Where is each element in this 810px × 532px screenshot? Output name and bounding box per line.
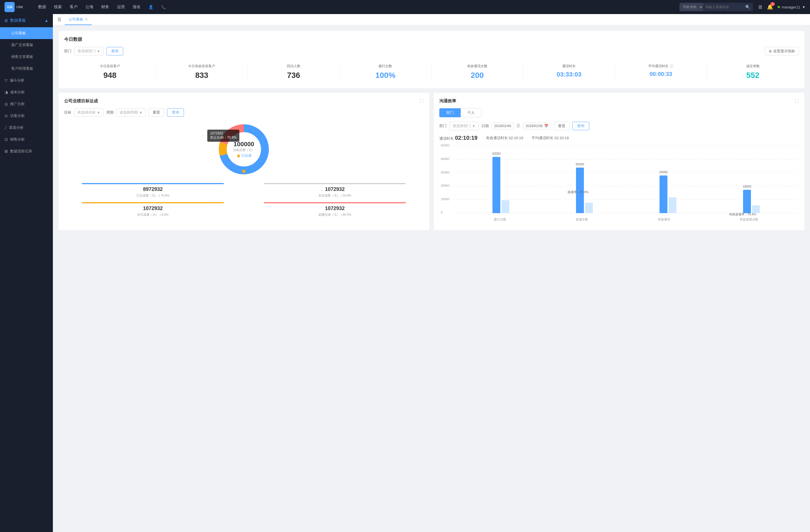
nav-leads[interactable]: 线索 bbox=[54, 3, 62, 11]
search-type-select[interactable]: 手机号码 bbox=[680, 3, 703, 11]
metric-value: 552 bbox=[710, 71, 796, 80]
tab-close-icon[interactable]: ✕ bbox=[85, 17, 88, 21]
nav-finance[interactable]: 财务 bbox=[101, 3, 109, 11]
metric-should-complete: 1072932 应完成量（元） | 8.9% bbox=[64, 202, 242, 217]
comm-stat-3: 平均通话时长 02:10:19 bbox=[532, 135, 569, 140]
sidebar-item-data-flow[interactable]: ⊞ 数据流转记录 bbox=[0, 145, 53, 157]
main-content: ☰ 公司看板 ✕ 今日数据 部门 请选择部门 ▼ 查询 bbox=[53, 14, 810, 532]
comm-panel: 沟通效率 ⛶ 部门 个人 部门 请选择部门 ▼ 日期 bbox=[434, 93, 804, 230]
period-select-text: 请选择周期 bbox=[119, 110, 138, 115]
settings-icon: ⚙ bbox=[769, 49, 772, 53]
comm-panel-expand-icon[interactable]: ⛶ bbox=[795, 99, 799, 103]
sidebar-analysis-section: ▽ 漏斗分析 ◑ 成本分析 ◎ 推广分析 ⊙ 访客分析 ⑀ 渠道分析 ⊡ 销售分… bbox=[0, 74, 53, 157]
grid-label: 20000 bbox=[441, 184, 450, 187]
nav-operations[interactable]: 运营 bbox=[117, 3, 125, 11]
tab-company-board[interactable]: 公司看板 ✕ bbox=[65, 14, 92, 25]
bar-chart-bars: 43000 35000 bbox=[453, 146, 799, 213]
today-filter-row: 部门 请选择部门 ▼ 查询 ⚙ 设置显示指标 bbox=[64, 47, 799, 55]
xlabel-connect: 接通次数 bbox=[576, 217, 588, 221]
metric-value: 833 bbox=[159, 71, 245, 80]
comm-tab-dept[interactable]: 部门 bbox=[439, 108, 461, 117]
bar-pair-1: 43000 bbox=[492, 157, 509, 213]
user-profile[interactable]: manager11 ▼ bbox=[778, 5, 806, 9]
metric-value: 03:33:03 bbox=[526, 71, 612, 78]
target-panel-header: 公司业绩目标达成 ⛶ bbox=[64, 98, 424, 104]
metric-label: 平均通话时长 ⓘ bbox=[618, 64, 704, 69]
bar-pair-4: 18000 bbox=[743, 190, 760, 213]
comm-reset-button[interactable]: 重置 bbox=[554, 122, 569, 130]
target-select[interactable]: 请选择目标 ▼ bbox=[74, 108, 103, 117]
search-button[interactable]: 🔍 bbox=[743, 3, 753, 11]
sidebar-item-label: 推广分析 bbox=[10, 101, 25, 106]
dept-select[interactable]: 请选择部门 ▼ bbox=[74, 47, 103, 55]
stat-value-3: 02:10:19 bbox=[555, 136, 569, 140]
tab-toggle-icon[interactable]: ☰ bbox=[58, 17, 61, 22]
metric-label: 拨打次数 bbox=[343, 64, 428, 69]
comm-stat-2: 有效通话时长 02:10:19 bbox=[486, 135, 523, 140]
search-input[interactable] bbox=[703, 5, 743, 9]
comm-bar-chart: 50000 40000 30000 20000 10000 0 bbox=[439, 146, 799, 225]
metric-value: 948 bbox=[67, 71, 153, 80]
comm-dept-select[interactable]: 请选择部门 ▼ bbox=[450, 122, 479, 130]
sidebar-item-customer-board[interactable]: 客户经理看板 bbox=[0, 63, 53, 74]
completed-value: 8972932 bbox=[64, 186, 242, 192]
bar-group-effective: 29000 bbox=[660, 176, 676, 213]
notification-icon[interactable]: 🔔 5 bbox=[767, 4, 773, 10]
sidebar-item-cost[interactable]: ◑ 成本分析 bbox=[0, 86, 53, 98]
metric-completed: 8972932 已完成量（元） | 70.9% bbox=[64, 183, 242, 198]
nav-enrollment[interactable]: 报名 bbox=[133, 3, 141, 11]
metric-deals: 成交单数 552 bbox=[707, 61, 799, 83]
target-reset-button[interactable]: 重置 bbox=[148, 108, 164, 117]
settings-button[interactable]: ⚙ 设置显示指标 bbox=[765, 47, 799, 55]
bar-label-29000: 29000 bbox=[659, 170, 668, 174]
sidebar-item-sales-board[interactable]: 销售主管看板 bbox=[0, 51, 53, 63]
search-box: 手机号码 🔍 bbox=[680, 3, 753, 11]
nav-phone-icon[interactable]: 📞 bbox=[161, 4, 166, 11]
sidebar-item-funnel[interactable]: ▽ 漏斗分析 bbox=[0, 74, 53, 86]
donut-achieved-label: 👍 已达成 bbox=[233, 153, 255, 158]
settings-label: 设置显示指标 bbox=[773, 49, 795, 54]
target-query-button[interactable]: 查询 bbox=[167, 108, 184, 117]
sidebar-item-visitor[interactable]: ⊙ 访客分析 bbox=[0, 110, 53, 122]
sidebar-item-promo-board[interactable]: 推广主管看板 bbox=[0, 39, 53, 51]
sidebar-item-sales-analysis[interactable]: ⊡ 销售分析 bbox=[0, 134, 53, 145]
sidebar-item-label: 成本分析 bbox=[10, 90, 25, 95]
grid-label: 0 bbox=[441, 211, 442, 214]
nav-public-sea[interactable]: 公海 bbox=[85, 3, 93, 11]
sidebar-item-label: 漏斗分析 bbox=[10, 78, 25, 83]
panels-row: 公司业绩目标达成 ⛶ 目标 请选择目标 ▼ 周期 请选择周期 ▼ bbox=[59, 93, 804, 230]
comm-query-button[interactable]: 查询 bbox=[572, 122, 589, 130]
metric-first-consult: 今日首咨客户 948 bbox=[64, 61, 156, 83]
cost-icon: ◑ bbox=[4, 90, 8, 95]
nav-person-icon[interactable]: 👤 bbox=[148, 4, 153, 11]
sidebar-item-channel[interactable]: ⑀ 渠道分析 bbox=[0, 122, 53, 134]
tooltip-value: 1072932 bbox=[210, 131, 237, 135]
bar-connect-secondary bbox=[585, 203, 593, 213]
sidebar-item-company-board[interactable]: 公司看板 bbox=[0, 27, 53, 39]
sidebar-collapse-icon: ▲ bbox=[45, 18, 48, 23]
tooltip-percent: 所占比例：70.9% bbox=[210, 135, 237, 140]
sidebar-section-header[interactable]: ⊞ 数据看板 ▲ bbox=[0, 14, 53, 27]
nav-data[interactable]: 数据 bbox=[38, 3, 46, 11]
metric-value: 200 bbox=[434, 71, 520, 80]
tab-bar: ☰ 公司看板 ✕ bbox=[53, 14, 810, 25]
xlabel-eff-connect: 有效接通次数 bbox=[740, 217, 758, 221]
target-panel-expand-icon[interactable]: ⛶ bbox=[420, 99, 424, 103]
app-logo: 云朵 CRM bbox=[4, 2, 33, 12]
comm-tab-person[interactable]: 个人 bbox=[461, 108, 482, 117]
dept-select-arrow: ▼ bbox=[97, 49, 100, 53]
comm-date-to[interactable]: 2018/01/08 📅 bbox=[523, 122, 551, 129]
comm-date-from[interactable]: 2018/01/08 bbox=[492, 122, 514, 129]
metric-effective-consult: 今日有效首咨客户 833 bbox=[156, 61, 248, 83]
nav-customers[interactable]: 客户 bbox=[70, 3, 78, 11]
metric-uncompleted: 1072932 未完成量（元） | 20.9% bbox=[246, 183, 424, 198]
sidebar-item-label: 销售分析 bbox=[10, 137, 25, 142]
username: manager11 bbox=[782, 5, 800, 9]
today-query-button[interactable]: 查询 bbox=[106, 47, 123, 55]
period-select[interactable]: 请选择周期 ▼ bbox=[116, 108, 146, 117]
sidebar-dashboard-section: ⊞ 数据看板 ▲ 公司看板 推广主管看板 销售主管看板 客户经理看板 bbox=[0, 14, 53, 74]
sidebar-item-promo[interactable]: ◎ 推广分析 bbox=[0, 98, 53, 110]
monitor-icon[interactable]: 🖥 bbox=[757, 4, 762, 10]
comm-filter-row: 部门 请选择部门 ▼ 日期 2018/01/08 至 2018/01/08 📅 bbox=[439, 122, 799, 130]
comm-tabs: 部门 个人 bbox=[439, 108, 799, 117]
